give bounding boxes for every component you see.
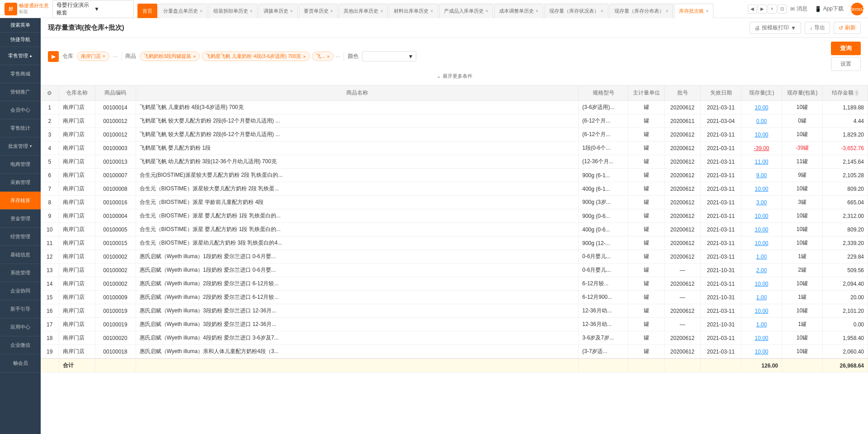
close-icon[interactable]: ×	[430, 9, 433, 14]
td-stock-main[interactable]: 10.00	[741, 331, 782, 345]
settings-button[interactable]: 设置	[831, 57, 861, 71]
th-settings[interactable]: ⚙	[41, 85, 59, 101]
td-stock-main[interactable]: 0.00	[741, 114, 782, 128]
avatar[interactable]: demo2	[851, 3, 863, 15]
sidebar-item-inventory[interactable]: 库存核算	[0, 192, 41, 210]
app-download-button[interactable]: 📱 App下载	[815, 5, 844, 13]
td-index: 7	[41, 182, 59, 196]
close-icon[interactable]: ×	[380, 9, 383, 14]
td-stock-main[interactable]: 1.00	[741, 250, 782, 264]
tab-stock-status[interactable]: 现存量（库存状况表）×	[544, 4, 609, 18]
td-stock-main[interactable]: 2.00	[741, 264, 782, 277]
sidebar-item-finance[interactable]: 资金管理	[0, 210, 41, 228]
tab-home[interactable]: 首页	[137, 4, 157, 18]
message-button[interactable]: ✉ 消息	[790, 5, 807, 13]
sidebar-item-retail-shop[interactable]: 零售商城	[0, 65, 41, 83]
nav-close-arrow[interactable]: ×	[768, 5, 777, 14]
td-stock-main[interactable]: 10.00	[741, 128, 782, 142]
total-cell-2	[95, 359, 136, 373]
product-ellipsis[interactable]: ···	[335, 53, 340, 60]
product-tag-close-3[interactable]: ×	[327, 54, 330, 59]
sidebar-item-quicknav[interactable]: 快捷导航	[0, 33, 41, 47]
td-spec: 3-6岁及7岁...	[579, 331, 628, 345]
tab-product-in-history[interactable]: 产成品入库单历史×	[439, 4, 493, 18]
product-tag-close-2[interactable]: ×	[303, 54, 306, 59]
tab-transfer-history[interactable]: 调拨单历史×	[259, 4, 298, 18]
td-batch: 20200612	[665, 182, 701, 196]
close-icon[interactable]: ×	[250, 9, 253, 14]
td-stock-main[interactable]: 10.00	[741, 304, 782, 318]
close-icon[interactable]: ×	[290, 9, 293, 14]
tab-stock-dist[interactable]: 现存量（库存分布表）×	[609, 4, 674, 18]
td-spec: (6-12个月...	[579, 114, 628, 128]
product-tag-close-1[interactable]: ×	[193, 54, 196, 59]
td-stock-main[interactable]: 11.00	[741, 155, 782, 169]
sidebar-item-search[interactable]: 搜索英单	[0, 18, 41, 33]
sidebar-item-retail-stats[interactable]: 零售统计	[0, 119, 41, 137]
sidebar-item-collab[interactable]: 企业协同	[0, 282, 41, 300]
td-stock-main[interactable]: -39.00	[741, 142, 782, 155]
td-spec: 900g (3岁...	[579, 196, 628, 209]
sidebar-item-system[interactable]: 系统管理	[0, 264, 41, 282]
td-stock-main[interactable]: 10.00	[741, 345, 782, 359]
td-stock-main[interactable]: 1.00	[741, 291, 782, 304]
td-stock-main[interactable]: 1.00	[741, 318, 782, 331]
close-icon[interactable]: ×	[666, 9, 669, 14]
company-select[interactable]: 母婴行业演示账套 ▼	[52, 0, 134, 18]
nav-maximize-arrow[interactable]: ⊡	[778, 5, 787, 14]
tab-inventory-history[interactable]: 分量盘点单历史×	[158, 4, 208, 18]
sidebar-item-wechat[interactable]: 企业微信	[0, 336, 41, 354]
sidebar-item-member[interactable]: 畅会员	[0, 354, 41, 373]
td-amount: 509.56	[823, 264, 868, 277]
tab-batch-account[interactable]: 库存批次账×	[674, 4, 713, 18]
td-stock-main[interactable]: 10.00	[741, 182, 782, 196]
sidebar-item-basics[interactable]: 基础信息	[0, 246, 41, 264]
close-icon[interactable]: ×	[601, 9, 604, 14]
color-select[interactable]: ▼	[362, 51, 416, 61]
export-button[interactable]: ↓ 导出	[805, 22, 830, 34]
td-stock-main[interactable]: 9.00	[741, 169, 782, 182]
tab-assemble-history[interactable]: 组装拆卸单历史×	[208, 4, 258, 18]
sidebar-item-operations[interactable]: 经营管理	[0, 228, 41, 246]
warehouse-tag-close[interactable]: ×	[103, 54, 105, 59]
sidebar-item-ecommerce[interactable]: 电商管理	[0, 156, 41, 174]
expand-icon: ▲	[29, 54, 33, 58]
table-row: 12南岸门店00100002惠氏启赋（Wyeth illuma）1段奶粉 爱尔兰…	[41, 250, 868, 264]
sidebar-item-members[interactable]: 会员中心	[0, 101, 41, 119]
sidebar-item-retail-mgmt[interactable]: 零售管理 ▲	[0, 47, 41, 65]
sidebar-item-newguide[interactable]: 新手引导	[0, 300, 41, 318]
td-expire: 2021-03-11	[701, 101, 741, 114]
td-stock-main[interactable]: 10.00	[741, 101, 782, 114]
page-title: 现存量查询(按仓库+批次)	[48, 24, 124, 32]
tab-material-out-history[interactable]: 材料出库单历史×	[389, 4, 438, 18]
td-code: 00100018	[95, 345, 136, 359]
tab-outbound-history[interactable]: 其他出库单历史×	[339, 4, 388, 18]
sidebar-item-marketing[interactable]: 营销推广	[0, 83, 41, 101]
nav-next-arrow[interactable]: ▶	[758, 5, 767, 14]
filter-expand-button[interactable]: ▶	[48, 51, 59, 62]
template-print-button[interactable]: 🖨 按模板打印 ▼	[750, 22, 801, 34]
td-unit: 罐	[628, 169, 665, 182]
refresh-button[interactable]: ↺ 刷新	[834, 22, 861, 34]
sidebar-item-appcenter[interactable]: 应用中心	[0, 318, 41, 336]
td-stock-main[interactable]: 10.00	[741, 223, 782, 236]
close-icon[interactable]: ×	[536, 9, 538, 14]
td-stock-main[interactable]: 10.00	[741, 236, 782, 250]
print-icon: 🖨	[755, 25, 760, 31]
td-stock-main[interactable]: 10.00	[741, 209, 782, 223]
query-button[interactable]: 查询	[831, 42, 861, 55]
sidebar-item-wholesale[interactable]: 批发管理 ▼	[0, 137, 41, 156]
close-icon[interactable]: ×	[330, 9, 333, 14]
warehouse-ellipsis[interactable]: ···	[113, 53, 118, 60]
td-stock-main[interactable]: 10.00	[741, 277, 782, 291]
tab-order-history[interactable]: 要货单历史×	[299, 4, 338, 18]
total-cell-4	[579, 359, 628, 373]
tab-cost-adjust-history[interactable]: 成本调整单历史×	[494, 4, 543, 18]
close-icon[interactable]: ×	[706, 9, 708, 14]
nav-prev-arrow[interactable]: ◀	[748, 5, 757, 14]
sidebar-item-purchase[interactable]: 采购管理	[0, 174, 41, 192]
close-icon[interactable]: ×	[200, 9, 203, 14]
close-icon[interactable]: ×	[486, 9, 488, 14]
td-stock-main[interactable]: 3.00	[741, 196, 782, 209]
expand-more-button[interactable]: ⌄ 展开更多条件	[48, 71, 861, 81]
